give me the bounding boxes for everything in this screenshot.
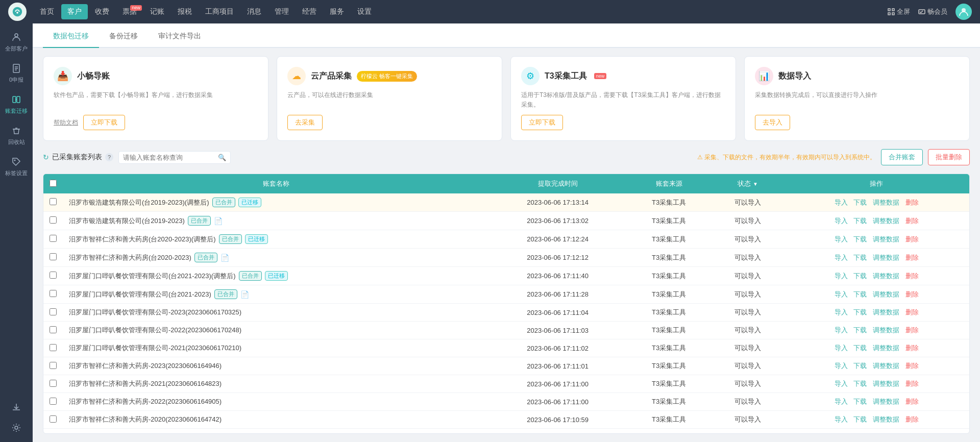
import-btn[interactable]: 去导入	[755, 115, 790, 130]
row-checkbox[interactable]	[50, 272, 57, 279]
row-checkbox[interactable]	[50, 308, 57, 315]
nav-item-工商项目[interactable]: 工商项目	[199, 4, 240, 19]
download-action[interactable]: 下载	[851, 199, 869, 206]
adjust-action[interactable]: 调整数据	[871, 326, 901, 334]
nav-item-票据[interactable]: 票据new	[116, 4, 143, 19]
import-action[interactable]: 导入	[832, 290, 850, 298]
delete-action[interactable]: 删除	[903, 254, 921, 261]
nav-item-经营[interactable]: 经营	[296, 4, 323, 19]
import-action[interactable]: 导入	[832, 326, 850, 334]
adjust-action[interactable]: 调整数据	[871, 308, 901, 316]
adjust-action[interactable]: 调整数据	[871, 433, 901, 434]
sidebar-item-回收站[interactable]: 回收站	[2, 121, 31, 150]
app-logo[interactable]	[8, 3, 27, 21]
merge-btn[interactable]: 合并账套	[881, 149, 923, 165]
row-checkbox[interactable]	[50, 235, 57, 242]
download-action[interactable]: 下载	[851, 415, 869, 423]
import-action[interactable]: 导入	[832, 217, 850, 225]
delete-action[interactable]: 删除	[903, 398, 921, 405]
cloud-collect-btn[interactable]: 去采集	[287, 115, 323, 130]
row-checkbox[interactable]	[50, 253, 57, 260]
download-action[interactable]: 下载	[851, 272, 869, 280]
adjust-action[interactable]: 调整数据	[871, 380, 901, 387]
download-action[interactable]: 下载	[851, 290, 869, 298]
sidebar-item-全部客户[interactable]: 全部客户	[2, 28, 31, 57]
batch-delete-btn[interactable]: 批量删除	[928, 149, 970, 165]
download-action[interactable]: 下载	[851, 217, 869, 225]
adjust-action[interactable]: 调整数据	[871, 344, 901, 352]
nav-item-消息[interactable]: 消息	[241, 4, 267, 19]
nav-item-客户[interactable]: 客户	[61, 4, 88, 19]
download-action[interactable]: 下载	[851, 326, 869, 334]
import-action[interactable]: 导入	[832, 398, 850, 405]
delete-action[interactable]: 删除	[903, 433, 921, 434]
nav-item-记账[interactable]: 记账	[144, 4, 170, 19]
delete-action[interactable]: 删除	[903, 415, 921, 423]
sidebar-item-账套迁移[interactable]: 账套迁移	[2, 90, 31, 119]
adjust-action[interactable]: 调整数据	[871, 254, 901, 261]
select-all-checkbox[interactable]	[50, 180, 57, 187]
nav-item-首页[interactable]: 首页	[34, 4, 60, 19]
search-input[interactable]	[123, 154, 215, 161]
download-action[interactable]: 下载	[851, 344, 869, 352]
tab-backup-migration[interactable]: 备份迁移	[99, 26, 148, 48]
download-action[interactable]: 下载	[851, 380, 869, 387]
import-action[interactable]: 导入	[832, 272, 850, 280]
row-checkbox[interactable]	[50, 326, 57, 333]
import-action[interactable]: 导入	[832, 199, 850, 206]
import-action[interactable]: 导入	[832, 380, 850, 387]
nav-item-收费[interactable]: 收费	[89, 4, 115, 19]
sidebar-item-0申报[interactable]: 0申报	[2, 59, 31, 88]
refresh-icon[interactable]: ↻	[43, 153, 49, 161]
import-action[interactable]: 导入	[832, 235, 850, 243]
adjust-action[interactable]: 调整数据	[871, 235, 901, 243]
download-action[interactable]: 下载	[851, 235, 869, 243]
row-checkbox[interactable]	[50, 290, 57, 297]
adjust-action[interactable]: 调整数据	[871, 199, 901, 206]
nav-item-管理[interactable]: 管理	[268, 4, 295, 19]
delete-action[interactable]: 删除	[903, 235, 921, 243]
xiaochang-download-btn[interactable]: 立即下载	[83, 115, 125, 130]
sidebar-settings-icon[interactable]	[8, 420, 24, 436]
adjust-action[interactable]: 调整数据	[871, 362, 901, 370]
adjust-action[interactable]: 调整数据	[871, 272, 901, 280]
download-action[interactable]: 下载	[851, 254, 869, 261]
import-action[interactable]: 导入	[832, 362, 850, 370]
user-avatar[interactable]	[955, 4, 972, 20]
delete-action[interactable]: 删除	[903, 199, 921, 206]
import-action[interactable]: 导入	[832, 415, 850, 423]
tab-audit-export[interactable]: 审计文件导出	[148, 26, 211, 48]
row-checkbox[interactable]	[50, 433, 57, 434]
import-action[interactable]: 导入	[832, 344, 850, 352]
t3-download-btn[interactable]: 立即下载	[521, 115, 563, 130]
row-checkbox[interactable]	[50, 398, 57, 405]
adjust-action[interactable]: 调整数据	[871, 290, 901, 298]
delete-action[interactable]: 删除	[903, 290, 921, 298]
row-checkbox[interactable]	[50, 216, 57, 224]
nav-item-服务[interactable]: 服务	[324, 4, 350, 19]
import-action[interactable]: 导入	[832, 433, 850, 434]
delete-action[interactable]: 删除	[903, 362, 921, 370]
delete-action[interactable]: 删除	[903, 217, 921, 225]
adjust-action[interactable]: 调整数据	[871, 217, 901, 225]
help-icon[interactable]: ?	[105, 153, 113, 161]
delete-action[interactable]: 删除	[903, 272, 921, 280]
sort-icon[interactable]: ▼	[753, 181, 758, 187]
delete-action[interactable]: 删除	[903, 326, 921, 334]
row-checkbox[interactable]	[50, 380, 57, 387]
download-action[interactable]: 下载	[851, 398, 869, 405]
vip-btn[interactable]: 畅会员	[918, 7, 947, 16]
delete-action[interactable]: 删除	[903, 380, 921, 387]
delete-action[interactable]: 删除	[903, 344, 921, 352]
adjust-action[interactable]: 调整数据	[871, 415, 901, 423]
import-action[interactable]: 导入	[832, 254, 850, 261]
row-checkbox[interactable]	[50, 362, 57, 369]
download-action[interactable]: 下载	[851, 433, 869, 434]
download-action[interactable]: 下载	[851, 362, 869, 370]
search-icon[interactable]: 🔍	[218, 154, 226, 161]
row-checkbox[interactable]	[50, 198, 57, 205]
sidebar-download-icon[interactable]	[8, 399, 24, 415]
row-checkbox[interactable]	[50, 344, 57, 351]
download-action[interactable]: 下载	[851, 308, 869, 316]
import-action[interactable]: 导入	[832, 308, 850, 316]
